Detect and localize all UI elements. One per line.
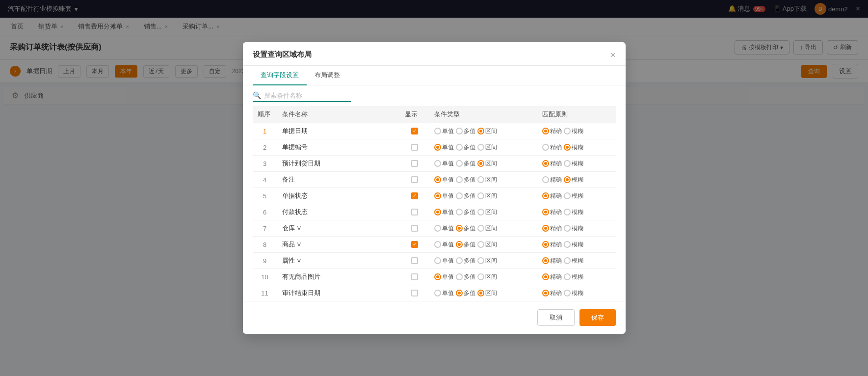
table-header-row: 顺序 条件名称 显示 条件类型 匹配原则 [253,106,616,108]
col-type-header: 条件类型 [429,106,537,108]
col-name-header: 条件名称 [277,106,400,108]
search-box: 🔍 [253,91,351,102]
modal-table-wrap: 顺序 条件名称 显示 条件类型 匹配原则 [243,106,626,108]
tab-layout[interactable]: 布局调整 [307,66,348,85]
modal-title: 设置查询区域布局 [253,50,312,59]
modal-table: 顺序 条件名称 显示 条件类型 匹配原则 [253,106,616,108]
col-rule-header: 匹配原则 [537,106,616,108]
modal-tabs: 查询字段设置 布局调整 [243,66,626,85]
modal-overlay: 设置查询区域布局 × 查询字段设置 布局调整 🔍 [0,0,868,108]
modal-header: 设置查询区域布局 × [243,42,626,66]
settings-modal: 设置查询区域布局 × 查询字段设置 布局调整 🔍 [243,42,626,108]
modal-close-button[interactable]: × [610,51,616,59]
col-order-header: 顺序 [253,106,277,108]
search-icon: 🔍 [253,91,261,99]
tab-query-fields[interactable]: 查询字段设置 [253,66,307,85]
modal-search-area: 🔍 [243,85,626,106]
search-input[interactable] [264,92,342,99]
col-show-header: 显示 [400,106,429,108]
